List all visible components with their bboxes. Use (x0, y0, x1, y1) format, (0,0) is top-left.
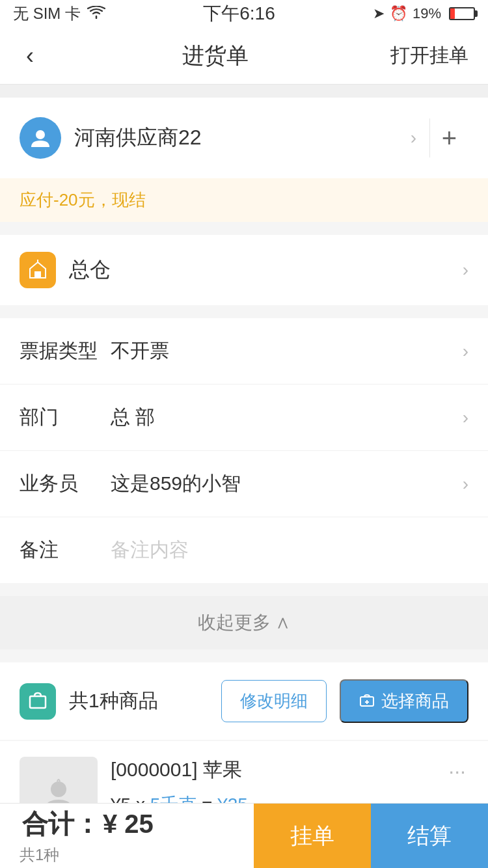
salesman-label: 业务员 (20, 470, 104, 497)
status-time: 下午6:16 (203, 1, 275, 26)
product-name: [0000001] 苹果 (111, 757, 433, 783)
department-label: 部门 (20, 404, 104, 431)
add-supplier-button[interactable]: + (429, 118, 468, 157)
user-icon (29, 126, 52, 150)
invoice-type-label: 票据类型 (20, 338, 104, 364)
footer-total: 合计：¥ 25 共1种 (0, 806, 254, 865)
status-left: 无 SIM 卡 (13, 3, 105, 24)
payable-notice: 应付-20元，现结 (0, 178, 488, 222)
location-icon: ➤ (373, 5, 385, 22)
remark-label: 备注 (20, 537, 104, 563)
open-suspend-button[interactable]: 打开挂单 (390, 42, 468, 69)
supplier-name[interactable]: 河南供应商22 (74, 124, 404, 152)
product-count-icon (20, 683, 56, 720)
invoice-type-chevron: › (463, 341, 468, 362)
remark-row[interactable]: 备注 备注内容 (0, 517, 488, 583)
remark-placeholder: 备注内容 (111, 537, 468, 563)
supplier-avatar (20, 117, 61, 159)
battery-percent: 19% (413, 5, 441, 22)
checkout-button[interactable]: 结算 (371, 804, 488, 868)
salesman-chevron: › (463, 474, 468, 495)
salesman-value: 这是859的小智 (111, 470, 456, 497)
section-gap-1 (0, 85, 488, 98)
product-more-button[interactable]: ··· (446, 757, 468, 786)
back-button[interactable]: ‹ (20, 36, 40, 76)
warehouse-name: 总仓 (69, 256, 456, 284)
svg-point-6 (51, 781, 66, 797)
chevron-right-icon: › (411, 128, 416, 148)
battery-icon (449, 7, 475, 20)
product-count-label: 共1种商品 (69, 688, 208, 714)
carrier-label: 无 SIM 卡 (13, 3, 81, 24)
nav-bar: ‹ 进货单 打开挂单 (0, 27, 488, 85)
department-chevron: › (463, 407, 468, 428)
status-right: ➤ ⏰ 19% (373, 5, 475, 22)
warehouse-svg-icon (27, 260, 48, 280)
supplier-section: 河南供应商22 › + (0, 98, 488, 178)
department-value: 总 部 (111, 404, 456, 431)
select-product-button[interactable]: 选择商品 (340, 679, 468, 723)
salesman-row[interactable]: 业务员 这是859的小智 › (0, 451, 488, 517)
svg-rect-2 (30, 696, 46, 708)
footer-count: 共1种 (20, 845, 234, 865)
cart-icon (27, 691, 48, 712)
invoice-type-row[interactable]: 票据类型 不开票 › (0, 318, 488, 385)
form-section: 票据类型 不开票 › 部门 总 部 › 业务员 这是859的小智 › 备注 备注… (0, 318, 488, 583)
status-bar: 无 SIM 卡 下午6:16 ➤ ⏰ 19% (0, 0, 488, 27)
suspend-button[interactable]: 挂单 (254, 804, 371, 868)
edit-detail-button[interactable]: 修改明细 (221, 680, 327, 722)
department-row[interactable]: 部门 总 部 › (0, 385, 488, 451)
warehouse-chevron-icon: › (463, 260, 468, 280)
svg-point-0 (36, 130, 45, 139)
wifi-icon (87, 5, 105, 23)
warehouse-section[interactable]: 总仓 › (0, 235, 488, 305)
invoice-type-value: 不开票 (111, 338, 456, 364)
page-title: 进货单 (182, 41, 249, 71)
footer-total-main: 合计：¥ 25 (20, 806, 234, 842)
warehouse-icon (20, 252, 56, 288)
footer: 合计：¥ 25 共1种 挂单 结算 (0, 803, 488, 868)
select-product-icon (359, 694, 375, 709)
collapse-bar[interactable]: 收起更多 ∧ (0, 596, 488, 649)
alarm-icon: ⏰ (390, 5, 407, 22)
svg-rect-1 (34, 271, 41, 278)
product-header: 共1种商品 修改明细 选择商品 (0, 662, 488, 740)
